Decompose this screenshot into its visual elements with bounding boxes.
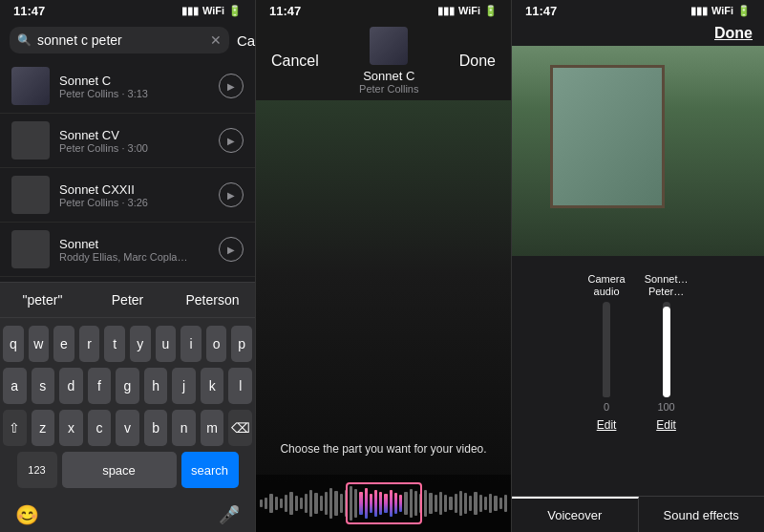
song-info: Sonnet CV Peter Collins · 3:00 [59, 128, 209, 154]
keyboard: q w e r t y u i o p a s d f g h j k l ⇧ … [0, 318, 255, 498]
list-item[interactable]: Sonnet C Peter Collins · 3:13 ▶ [0, 59, 255, 114]
key-t[interactable]: t [104, 326, 125, 362]
audio-sliders: Camera audio 0 Edit Sonnet… Peter… 100 E [523, 266, 753, 486]
battery-icon: 🔋 [484, 5, 498, 17]
waveform-area[interactable] [256, 475, 511, 532]
play-button[interactable]: ▶ [219, 182, 244, 207]
song-title: Sonnet CV [59, 128, 209, 142]
search-input[interactable] [37, 32, 204, 48]
right-footer: Voiceover Sound effects [512, 496, 764, 532]
microphone-button[interactable]: 🎤 [219, 504, 240, 525]
cancel-button-middle[interactable]: Cancel [271, 53, 319, 70]
search-key[interactable]: search [181, 452, 239, 488]
camera-edit-button[interactable]: Edit [597, 418, 617, 432]
middle-status-bar: 11:47 ▮▮▮ WiFi 🔋 [256, 0, 511, 21]
camera-audio-slider[interactable] [592, 302, 621, 397]
song-title: Sonnet C [59, 74, 209, 88]
key-q[interactable]: q [3, 326, 24, 362]
clear-button[interactable]: ✕ [210, 32, 222, 48]
music-audio-slider[interactable] [652, 302, 681, 397]
wifi-icon: WiFi [458, 5, 480, 16]
play-button[interactable]: ▶ [219, 74, 244, 98]
space-key[interactable]: space [62, 452, 177, 488]
left-time: 11:47 [13, 4, 45, 18]
middle-status-icons: ▮▮▮ WiFi 🔋 [437, 5, 498, 17]
song-info: Sonnet Roddy Ellias, Marc Copla… [59, 237, 209, 263]
album-art [11, 67, 50, 105]
camera-audio-value: 0 [604, 401, 609, 413]
list-item[interactable]: Sonnet CXXII Peter Collins · 3:26 ▶ [0, 168, 255, 223]
music-audio-channel: Sonnet… Peter… 100 Edit [645, 273, 689, 432]
voiceover-button[interactable]: Voiceover [512, 497, 639, 532]
key-v[interactable]: v [116, 410, 139, 446]
delete-key[interactable]: ⌫ [228, 410, 252, 446]
right-header: Done [512, 21, 764, 46]
window-frame [550, 65, 665, 208]
key-x[interactable]: x [59, 410, 83, 446]
bottom-bar-left: 😊 🎤 [0, 498, 255, 532]
key-r[interactable]: r [79, 326, 100, 362]
list-item[interactable]: Sonnet CV Peter Collins · 3:00 ▶ [0, 114, 255, 168]
key-s[interactable]: s [32, 368, 55, 404]
key-d[interactable]: d [59, 368, 83, 404]
done-button-middle[interactable]: Done [459, 53, 496, 70]
instruction-text: Choose the part you want for your video. [256, 442, 511, 456]
slider-track [663, 302, 670, 397]
left-panel: 11:47 ▮▮▮ WiFi 🔋 🔍 ✕ Cancel Sonnet C Pet… [0, 0, 256, 532]
search-icon: 🔍 [17, 33, 32, 47]
key-c[interactable]: c [88, 410, 112, 446]
key-a[interactable]: a [3, 368, 27, 404]
album-art [11, 121, 50, 160]
key-k[interactable]: k [201, 368, 224, 404]
audio-controls: Camera audio 0 Edit Sonnet… Peter… 100 E [512, 256, 764, 496]
song-meta: Peter Collins · 3:00 [59, 142, 209, 154]
key-z[interactable]: z [32, 410, 55, 446]
numbers-key[interactable]: 123 [17, 452, 57, 488]
key-e[interactable]: e [53, 326, 74, 362]
album-art [11, 230, 50, 268]
key-y[interactable]: y [130, 326, 151, 362]
search-input-wrapper: 🔍 ✕ [10, 27, 229, 53]
signal-icon: ▮▮▮ [437, 5, 455, 17]
signal-icon: ▮▮▮ [181, 5, 199, 17]
search-bar: 🔍 ✕ Cancel [0, 21, 255, 59]
camera-audio-channel: Camera audio 0 Edit [588, 273, 626, 432]
slider-fill [603, 393, 610, 397]
key-b[interactable]: b [144, 410, 168, 446]
key-j[interactable]: j [172, 368, 196, 404]
key-m[interactable]: m [201, 410, 224, 446]
key-l[interactable]: l [228, 368, 252, 404]
suggestion-peter-quoted[interactable]: "peter" [0, 290, 85, 309]
song-info: Sonnet CXXII Peter Collins · 3:26 [59, 182, 209, 208]
key-g[interactable]: g [116, 368, 139, 404]
list-item[interactable]: Sonnet Roddy Ellias, Marc Copla… ▶ [0, 223, 255, 277]
key-n[interactable]: n [172, 410, 196, 446]
album-art [11, 176, 50, 214]
wifi-icon: WiFi [202, 5, 224, 16]
suggestion-peterson[interactable]: Peterson [170, 290, 255, 309]
song-info: Sonnet C Peter Collins · 3:13 [59, 74, 209, 99]
middle-panel: 11:47 ▮▮▮ WiFi 🔋 Cancel Sonnet C Peter C… [256, 0, 512, 532]
play-button[interactable]: ▶ [219, 128, 244, 153]
sound-effects-button[interactable]: Sound effects [639, 497, 765, 532]
shift-key[interactable]: ⇧ [3, 410, 27, 446]
emoji-button[interactable]: 😊 [15, 503, 39, 526]
album-art-header [370, 27, 408, 65]
music-edit-button[interactable]: Edit [656, 418, 676, 432]
middle-time: 11:47 [269, 4, 301, 18]
key-u[interactable]: u [156, 326, 177, 362]
video-preview-right [512, 46, 764, 256]
keyboard-row-4: 123 space search [3, 452, 252, 488]
key-w[interactable]: w [29, 326, 50, 362]
key-i[interactable]: i [180, 326, 202, 362]
signal-icon: ▮▮▮ [690, 5, 708, 17]
wifi-icon: WiFi [711, 5, 733, 16]
suggestion-peter[interactable]: Peter [85, 290, 170, 309]
key-f[interactable]: f [88, 368, 112, 404]
right-time: 11:47 [525, 4, 557, 18]
key-o[interactable]: o [206, 326, 227, 362]
done-button-right[interactable]: Done [714, 25, 753, 42]
key-h[interactable]: h [144, 368, 168, 404]
play-button[interactable]: ▶ [219, 237, 244, 262]
key-p[interactable]: p [231, 326, 252, 362]
